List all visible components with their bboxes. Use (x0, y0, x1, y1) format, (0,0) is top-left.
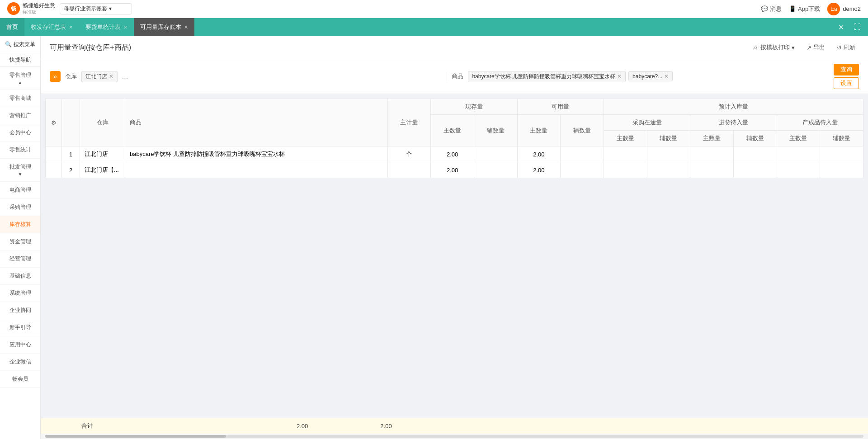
row2-pt-aux (647, 162, 690, 178)
export-button[interactable]: ↗ 导出 (803, 42, 829, 53)
refresh-button[interactable]: ↺ 刷新 (833, 42, 859, 53)
current-stock-header: 现存量 (431, 99, 517, 115)
sidebar-quick-nav[interactable]: 快捷导航 (0, 53, 40, 67)
app-download-button[interactable]: 📱 App下载 (789, 5, 820, 13)
pp-main-header: 主数量 (777, 131, 820, 146)
filter-more-dots[interactable]: ... (120, 72, 130, 80)
table-footer: 合计 2.00 2.00 (41, 418, 868, 434)
sidebar-item-vip-member[interactable]: 畅会员 (0, 371, 40, 388)
industry-selector[interactable]: 母婴行业演示账套 ▾ (60, 3, 132, 14)
row1-settings (46, 146, 62, 162)
row1-current-aux (474, 146, 517, 162)
current-aux-header: 辅数量 (474, 115, 517, 146)
filter-toggle-button[interactable]: » (50, 71, 61, 82)
tab-order-stats[interactable]: 要货单统计表 ✕ (79, 18, 134, 36)
row2-ip-aux (733, 162, 777, 178)
row2-num: 2 (62, 162, 80, 178)
tab-home[interactable]: 首页 (0, 18, 24, 36)
row2-pt-main (604, 162, 647, 178)
warehouse-tag[interactable]: 江北门店 ✕ (81, 71, 118, 82)
sidebar-item-new-guide[interactable]: 新手引导 (0, 319, 40, 336)
top-bar: 畅 畅捷通好生意 标准版 母婴行业演示账套 ▾ 💬 消息 📱 App下载 Ea … (0, 0, 868, 18)
sidebar-item-ecommerce[interactable]: 电商管理 (0, 182, 40, 199)
print-button[interactable]: 🖨 按模板打印 ▾ (749, 42, 798, 53)
tab-available-stock-label: 可用量库存账本 (140, 23, 181, 31)
page-title: 可用量查询(按仓库+商品) (50, 43, 131, 52)
row2-available-aux (561, 162, 604, 178)
sidebar-item-retail-stats[interactable]: 零售统计 (0, 142, 40, 159)
row1-num: 1 (62, 146, 80, 162)
row1-pp-main (777, 146, 820, 162)
sidebar-item-enterprise[interactable]: 企业协同 (0, 302, 40, 319)
row2-pp-main (777, 162, 820, 178)
message-icon: 💬 (761, 5, 768, 12)
warehouse-tag-remove[interactable]: ✕ (109, 73, 113, 80)
sidebar-item-retail-mgmt[interactable]: 零售管理 ▲ (0, 67, 40, 90)
search-icon: 🔍 (5, 41, 12, 47)
footer-current-main: 2.00 (297, 423, 308, 430)
pp-aux-header: 辅数量 (820, 131, 863, 146)
row1-unit: 个 (387, 146, 431, 162)
sidebar-item-purchase[interactable]: 采购管理 (0, 199, 40, 216)
tab-order-stats-close[interactable]: ✕ (123, 24, 127, 30)
row1-ip-aux (733, 146, 777, 162)
row1-warehouse: 江北门店 (80, 146, 125, 162)
sidebar-item-finance[interactable]: 资金管理 (0, 233, 40, 250)
scroll-track[interactable] (45, 435, 863, 438)
content-area: 可用量查询(按仓库+商品) 🖨 按模板打印 ▾ ↗ 导出 ↺ 刷新 » (41, 36, 868, 439)
unit-col-header: 主计量 (387, 99, 431, 146)
tab-available-stock[interactable]: 可用量库存账本 ✕ (134, 18, 194, 36)
sidebar-item-basic-info[interactable]: 基础信息 (0, 268, 40, 285)
product-tag-2-remove[interactable]: ✕ (664, 73, 669, 80)
filter-bar: » 仓库 江北门店 ✕ ... 商品 babycare学饮杯 儿童防摔防撞吸管杯… (41, 59, 868, 94)
row2-ip-main (690, 162, 734, 178)
product-col-header: 商品 (125, 99, 388, 146)
message-button[interactable]: 💬 消息 (761, 5, 782, 13)
tab-receive-send-label: 收发存汇总表 (31, 23, 66, 31)
available-header: 可用量 (517, 99, 604, 115)
row1-current-main: 2.00 (431, 146, 474, 162)
row1-pt-aux (647, 146, 690, 162)
tab-receive-send[interactable]: 收发存汇总表 ✕ (24, 18, 79, 36)
sidebar-item-enterprise-wechat[interactable]: 企业微信 (0, 354, 40, 371)
warehouse-label: 仓库 (65, 72, 77, 80)
table-row: 2 江北门店【... 2.00 2.00 (46, 162, 863, 178)
user-name: demo2 (843, 5, 861, 12)
scroll-bar[interactable] (41, 434, 868, 439)
tab-available-stock-close[interactable]: ✕ (184, 24, 188, 30)
sidebar-item-system[interactable]: 系统管理 (0, 285, 40, 302)
footer-available-main: 2.00 (380, 423, 392, 430)
sidebar-item-inventory[interactable]: 库存核算 (0, 216, 40, 233)
tab-bar: 首页 收发存汇总表 ✕ 要货单统计表 ✕ 可用量库存账本 ✕ ✕ ⛶ (0, 18, 868, 36)
query-button[interactable]: 查询 (834, 64, 859, 76)
product-tag-1-remove[interactable]: ✕ (617, 73, 622, 80)
sidebar-item-wholesale-mgmt[interactable]: 批发管理 ▼ (0, 159, 40, 182)
setting-button[interactable]: 设置 (834, 77, 859, 89)
mobile-icon: 📱 (789, 5, 796, 12)
product-tag-2[interactable]: babycare?... ✕ (628, 71, 673, 81)
chevron-down-icon: ▼ (18, 172, 23, 177)
tab-order-stats-label: 要货单统计表 (85, 23, 121, 31)
num-col-header (62, 99, 80, 146)
row2-available-main: 2.00 (517, 162, 561, 178)
page-header: 可用量查询(按仓库+商品) 🖨 按模板打印 ▾ ↗ 导出 ↺ 刷新 (41, 36, 868, 59)
product-pending-header: 产成品待入量 (777, 115, 863, 131)
tab-receive-send-close[interactable]: ✕ (69, 24, 73, 30)
sidebar-item-operations[interactable]: 经营管理 (0, 250, 40, 268)
sidebar-search[interactable]: 🔍 搜索菜单 (0, 36, 40, 53)
row1-ip-main (690, 146, 734, 162)
settings-icon[interactable]: ⚙ (51, 119, 57, 126)
user-area[interactable]: Ea demo2 (827, 3, 861, 15)
product-tag-1[interactable]: babycare学饮杯 儿童防摔防撞吸管杯重力球吸嘴杯宝宝水杯 ✕ (468, 71, 626, 82)
sidebar-item-retail-mall[interactable]: 零售商城 (0, 90, 40, 107)
chevron-down-icon: ▾ (109, 5, 112, 12)
filter-actions: 查询 设置 (834, 64, 859, 89)
row2-current-main: 2.00 (431, 162, 474, 178)
close-all-icon[interactable]: ✕ (835, 21, 847, 33)
scroll-thumb[interactable] (45, 435, 226, 438)
fullscreen-icon[interactable]: ⛶ (851, 21, 863, 33)
sidebar-item-member-center[interactable]: 会员中心 (0, 124, 40, 142)
sidebar-item-app-center[interactable]: 应用中心 (0, 336, 40, 354)
export-icon: ↗ (807, 44, 811, 51)
sidebar-item-marketing[interactable]: 营销推广 (0, 107, 40, 124)
